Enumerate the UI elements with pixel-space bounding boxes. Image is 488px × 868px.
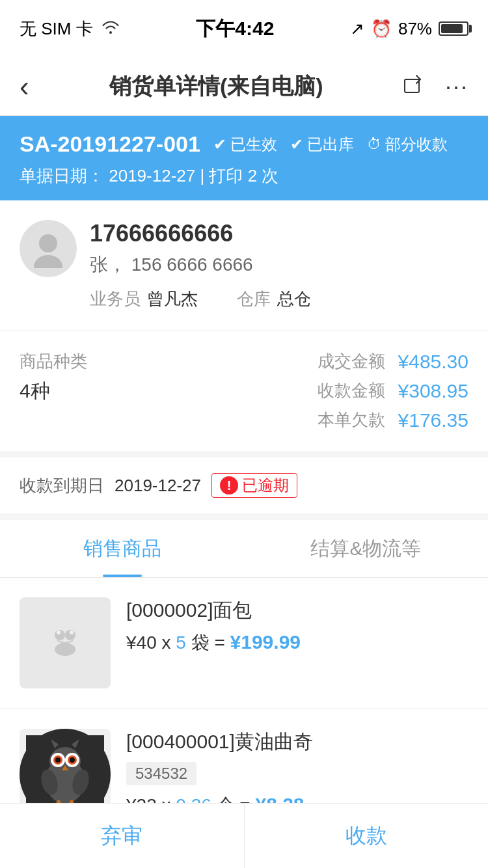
svg-point-5 bbox=[55, 643, 75, 656]
check-icon-1: ✔ bbox=[213, 135, 226, 154]
due-date: 2019-12-27 bbox=[115, 476, 201, 496]
amount-value: ¥485.30 bbox=[398, 351, 468, 373]
product-total-1: ¥199.99 bbox=[230, 631, 301, 653]
product-name-1: [0000002]面包 bbox=[126, 597, 468, 624]
summary-right: 成交金额 ¥485.30 收款金额 ¥308.95 本单欠款 ¥176.35 bbox=[318, 350, 468, 431]
battery-percent: 87% bbox=[398, 19, 432, 39]
status-shipped: ✔ 已出库 bbox=[290, 134, 354, 155]
abandon-review-label: 弃审 bbox=[101, 822, 142, 850]
svg-point-18 bbox=[70, 757, 75, 763]
product-name-2: [000400001]黄油曲奇 bbox=[126, 729, 468, 755]
summary-left: 商品种类 4种 bbox=[20, 350, 87, 405]
customer-info: 17666666666 张， 156 6666 6666 业务员 曾凡杰 仓库 … bbox=[90, 220, 468, 310]
banner-date-row: 单据日期： 2019-12-27 | 打印 2 次 bbox=[20, 165, 468, 187]
check-icon-2: ✔ bbox=[290, 135, 303, 154]
product-price-1: ¥40 x 5 袋 = ¥199.99 bbox=[126, 631, 468, 655]
tabs-bar: 销售商品 结算&物流等 bbox=[0, 520, 488, 578]
clock-icon: ⏱ bbox=[367, 136, 381, 153]
date-label: 单据日期： bbox=[20, 166, 104, 185]
order-id: SA-20191227-001 bbox=[20, 131, 200, 157]
received-row: 收款金额 ¥308.95 bbox=[318, 379, 468, 402]
svg-point-7 bbox=[70, 631, 74, 634]
salesperson-item: 业务员 曾凡杰 bbox=[90, 288, 198, 310]
product-qty-1: 5 bbox=[176, 632, 186, 653]
more-button[interactable]: ··· bbox=[445, 73, 468, 100]
warehouse-label: 仓库 bbox=[237, 288, 271, 310]
overdue-icon: ! bbox=[220, 476, 238, 495]
list-item: [0000002]面包 ¥40 x 5 袋 = ¥199.99 bbox=[0, 578, 488, 708]
due-label: 收款到期日 bbox=[20, 474, 104, 497]
overdue-text: 已逾期 bbox=[242, 475, 289, 496]
svg-point-2 bbox=[34, 255, 62, 268]
print-count: | 打印 2 次 bbox=[200, 166, 278, 185]
alarm-icon: ⏰ bbox=[371, 19, 392, 39]
overdue-badge: ! 已逾期 bbox=[211, 473, 297, 498]
product-sku-2: 534532 bbox=[126, 762, 197, 785]
debt-row: 本单欠款 ¥176.35 bbox=[318, 409, 468, 431]
amount-row: 成交金额 ¥485.30 bbox=[318, 350, 468, 373]
salesperson-label: 业务员 bbox=[90, 288, 141, 310]
nav-right-buttons: ··· bbox=[403, 73, 468, 100]
svg-point-1 bbox=[39, 234, 57, 252]
warehouse-item: 仓库 总仓 bbox=[237, 288, 311, 310]
wifi-icon bbox=[101, 19, 120, 39]
salesperson-value: 曾凡杰 bbox=[147, 288, 198, 310]
received-value: ¥308.95 bbox=[398, 380, 468, 402]
status-effective: ✔ 已生效 bbox=[213, 134, 277, 155]
customer-name-phone: 张， 156 6666 6666 bbox=[90, 252, 468, 277]
collect-payment-button[interactable]: 收款 bbox=[245, 804, 489, 868]
abandon-review-button[interactable]: 弃审 bbox=[0, 804, 245, 868]
tab-sales[interactable]: 销售商品 bbox=[0, 520, 244, 577]
due-section: 收款到期日 2019-12-27 ! 已逾期 bbox=[0, 457, 488, 520]
status-bar: 无 SIM 卡 下午4:42 ↗ ⏰ 87% bbox=[0, 0, 488, 57]
amount-label: 成交金额 bbox=[318, 350, 385, 373]
order-banner: SA-20191227-001 ✔ 已生效 ✔ 已出库 ⏱ 部分收款 单据日期：… bbox=[0, 116, 488, 200]
status-time: 下午4:42 bbox=[196, 16, 274, 42]
tab-settle-label: 结算&物流等 bbox=[310, 536, 421, 562]
status-left: 无 SIM 卡 bbox=[20, 18, 120, 40]
status-partial: ⏱ 部分收款 bbox=[367, 134, 448, 155]
received-label: 收款金额 bbox=[318, 379, 385, 402]
tab-settle[interactable]: 结算&物流等 bbox=[244, 520, 488, 577]
customer-section: 17666666666 张， 156 6666 6666 业务员 曾凡杰 仓库 … bbox=[0, 200, 488, 331]
debt-label: 本单欠款 bbox=[318, 409, 385, 431]
product-thumb-1 bbox=[20, 597, 111, 688]
order-date: 2019-12-27 bbox=[109, 166, 195, 185]
status-right: ↗ ⏰ 87% bbox=[350, 19, 468, 39]
back-button[interactable]: ‹ bbox=[20, 70, 29, 103]
share-button[interactable] bbox=[403, 73, 426, 100]
summary-section: 商品种类 4种 成交金额 ¥485.30 收款金额 ¥308.95 本单欠款 ¥… bbox=[0, 331, 488, 457]
carrier-text: 无 SIM 卡 bbox=[20, 18, 93, 40]
debt-value: ¥176.35 bbox=[398, 409, 468, 431]
nav-bar: ‹ 销货单详情(来自电脑) ··· bbox=[0, 57, 488, 116]
warehouse-value: 总仓 bbox=[277, 288, 311, 310]
collect-payment-label: 收款 bbox=[346, 822, 387, 850]
product-type-label: 商品种类 bbox=[20, 350, 87, 373]
product-info-1: [0000002]面包 ¥40 x 5 袋 = ¥199.99 bbox=[126, 597, 468, 655]
product-type-count: 4种 bbox=[20, 378, 87, 405]
customer-meta: 业务员 曾凡杰 仓库 总仓 bbox=[90, 288, 468, 310]
bottom-bar: 弃审 收款 bbox=[0, 803, 488, 868]
svg-point-6 bbox=[57, 631, 61, 634]
products-section: [0000002]面包 ¥40 x 5 袋 = ¥199.99 bbox=[0, 578, 488, 839]
page-title: 销货单详情(来自电脑) bbox=[109, 72, 323, 102]
battery-icon bbox=[439, 21, 468, 36]
customer-id: 17666666666 bbox=[90, 220, 468, 247]
tab-sales-label: 销售商品 bbox=[83, 536, 161, 562]
svg-point-17 bbox=[55, 757, 61, 763]
grey-thumb-1 bbox=[20, 597, 111, 688]
avatar bbox=[20, 220, 77, 277]
svg-rect-0 bbox=[405, 79, 419, 92]
location-icon: ↗ bbox=[350, 19, 364, 39]
